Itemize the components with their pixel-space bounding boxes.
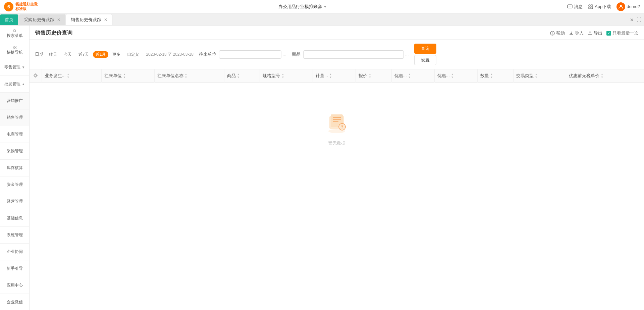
date-opt-yesterday[interactable]: 昨天	[46, 51, 60, 58]
sidebar-item-enterprise-wechat[interactable]: 企业微信	[0, 294, 29, 310]
logo-icon: 6	[4, 2, 13, 11]
message-action[interactable]: 消息	[567, 4, 583, 10]
product-filter-input[interactable]	[303, 50, 404, 59]
customer-filter-input[interactable]	[219, 50, 281, 59]
product-ellipsis-btn[interactable]: ...	[405, 52, 409, 57]
svg-rect-9	[13, 46, 14, 48]
only-last-checkbox[interactable]: ✓	[606, 31, 611, 36]
page-header: 销售历史价查询 ? 帮助 导入	[30, 25, 644, 40]
th-spec[interactable]: 规格型号 ▲▼	[260, 69, 313, 83]
th-partner-code[interactable]: 往来单位 ▲▼	[102, 69, 154, 83]
sort-arrows-partner-code: ▲▼	[123, 73, 126, 79]
export-action[interactable]: 导出	[588, 30, 602, 36]
sidebar-item-marketing-label: 营销推广	[7, 98, 23, 104]
sidebar-item-enterprise-coop-label: 企业协同	[7, 249, 23, 255]
workspace-dropdown-icon[interactable]: ▾	[324, 4, 326, 9]
content-area: 销售历史价查询 ? 帮助 导入	[30, 25, 644, 310]
user-avatar-area[interactable]: demo2	[616, 2, 640, 11]
sidebar-item-finance[interactable]: 资金管理	[0, 176, 29, 193]
tab-purchase-history-close[interactable]: ✕	[57, 17, 60, 22]
sidebar-item-marketing[interactable]: 营销推广	[0, 93, 29, 109]
th-gear[interactable]	[30, 69, 42, 83]
sort-arrows-trade-type: ▲▼	[535, 73, 538, 79]
th-trade-type[interactable]: 交易类型 ▲▼	[513, 69, 566, 83]
th-discount1[interactable]: 优惠... ▲▼	[391, 69, 434, 83]
only-last-checkbox-label[interactable]: ✓ 只看最后一次	[606, 30, 639, 36]
th-biz-date[interactable]: 业务发生... ▲▼	[42, 69, 102, 83]
sidebar-item-app-center[interactable]: 应用中心	[0, 277, 29, 294]
date-opt-today[interactable]: 今天	[61, 51, 74, 58]
top-bar-left: 6 畅捷通好生意 标准版	[4, 2, 38, 11]
th-discount2[interactable]: 优惠... ▲▼	[434, 69, 477, 83]
tab-sales-history[interactable]: 销售历史价跟踪 ✕	[66, 14, 112, 25]
export-label: 导出	[594, 30, 602, 36]
sidebar-item-sales-mgmt-label: 销售管理	[7, 115, 23, 120]
workspace-selector[interactable]: 办公用品行业模拟账套 ▾	[278, 4, 326, 10]
sidebar-item-purchase[interactable]: 采购管理	[0, 143, 29, 160]
sidebar-item-system[interactable]: 系统管理	[0, 227, 29, 244]
date-opt-last1month[interactable]: 近1月	[93, 51, 109, 58]
tab-sales-history-label: 销售历史价跟踪	[71, 17, 101, 23]
sidebar-item-enterprise-coop[interactable]: 企业协同	[0, 244, 29, 260]
message-icon	[567, 4, 573, 9]
sort-arrows-partner-name: ▲▼	[185, 73, 187, 79]
svg-text:?: ?	[341, 125, 343, 130]
sidebar-item-operations-label: 经营管理	[7, 199, 23, 204]
top-bar: 6 畅捷通好生意 标准版 办公用品行业模拟账套 ▾ 消息	[0, 0, 644, 13]
svg-rect-6	[591, 7, 593, 9]
sort-arrows-product: ▲▼	[237, 73, 240, 79]
th-unit[interactable]: 计量... ▲▼	[313, 69, 356, 83]
th-partner-name[interactable]: 往来单位名称 ▲▼	[154, 69, 224, 83]
th-pretax-price[interactable]: 优惠前无税单价 ▲▼	[566, 69, 644, 83]
tab-purchase-history[interactable]: 采购历史价跟踪 ✕	[19, 14, 65, 25]
sidebar-item-enterprise-wechat-label: 企业微信	[7, 299, 23, 305]
sidebar-item-quick-nav[interactable]: 快捷导航	[0, 42, 29, 59]
sort-arrows-spec: ▲▼	[281, 73, 284, 79]
sidebar-item-wholesale-mgmt[interactable]: 批发管理 ▲	[0, 76, 29, 93]
date-opt-last7days[interactable]: 近7天	[76, 51, 92, 58]
sidebar-item-inventory[interactable]: 库存核算	[0, 160, 29, 176]
tab-close-all-icon[interactable]: ✕	[630, 17, 634, 22]
svg-text:?: ?	[551, 32, 553, 35]
th-quote[interactable]: 报价 ▲▼	[356, 69, 391, 83]
sidebar-item-wholesale-mgmt-label: 批发管理	[4, 81, 20, 87]
sidebar-item-search-menu[interactable]: 搜索菜单	[0, 25, 29, 42]
customer-ellipsis-btn[interactable]: ...	[283, 52, 286, 57]
app-download-action[interactable]: App下载	[588, 4, 611, 10]
svg-rect-2	[568, 5, 572, 8]
date-filter-group: 日期 昨天 今天 近7天 近1月 更多 自定义 2023-02-18 至 202…	[35, 51, 194, 58]
export-icon	[588, 31, 592, 36]
sidebar-item-retail-mgmt-label: 零售管理	[4, 64, 20, 70]
th-product[interactable]: 商品 ▲▼	[224, 69, 260, 83]
customer-filter-group: 往来单位 ...	[199, 50, 286, 59]
tab-bar-controls: ✕ ⛶	[630, 14, 644, 25]
tab-sales-history-close[interactable]: ✕	[104, 17, 107, 22]
help-action[interactable]: ? 帮助	[550, 30, 565, 36]
sidebar-item-inventory-label: 库存核算	[7, 165, 23, 171]
sidebar-item-sales-mgmt[interactable]: 销售管理	[0, 109, 29, 126]
app-download-label: App下载	[595, 4, 611, 10]
sidebar-item-new-user-guide[interactable]: 新手引导	[0, 260, 29, 277]
sidebar-item-basic-info[interactable]: 基础信息	[0, 210, 29, 227]
tab-bar: 首页 采购历史价跟踪 ✕ 销售历史价跟踪 ✕ ✕ ⛶	[0, 13, 644, 25]
sidebar-item-operations[interactable]: 经营管理	[0, 193, 29, 210]
th-quantity[interactable]: 数量 ▲▼	[477, 69, 513, 83]
sidebar-item-ecommerce[interactable]: 电商管理	[0, 126, 29, 143]
date-range-display: 2023-02-18 至 2023-03-18	[146, 52, 193, 57]
date-opt-custom[interactable]: 自定义	[124, 51, 142, 58]
tab-fullscreen-icon[interactable]: ⛶	[637, 17, 641, 22]
query-button[interactable]: 查询	[414, 44, 436, 54]
help-icon: ?	[550, 31, 555, 36]
tab-home[interactable]: 首页	[0, 14, 18, 25]
import-action[interactable]: 导入	[569, 30, 584, 36]
date-opt-more[interactable]: 更多	[110, 51, 123, 58]
sidebar-item-retail-mgmt[interactable]: 零售管理 ▼	[0, 59, 29, 76]
sort-arrows-biz-date: ▲▼	[67, 73, 69, 79]
tab-purchase-history-label: 采购历史价跟踪	[24, 17, 54, 23]
svg-text:6: 6	[7, 4, 10, 9]
settings-button[interactable]: 设置	[414, 55, 436, 65]
svg-rect-10	[15, 46, 16, 48]
sidebar-item-search-menu-label: 搜索菜单	[7, 33, 23, 39]
customer-filter-label: 往来单位	[199, 51, 216, 57]
logo-area: 6 畅捷通好生意 标准版	[4, 2, 38, 11]
